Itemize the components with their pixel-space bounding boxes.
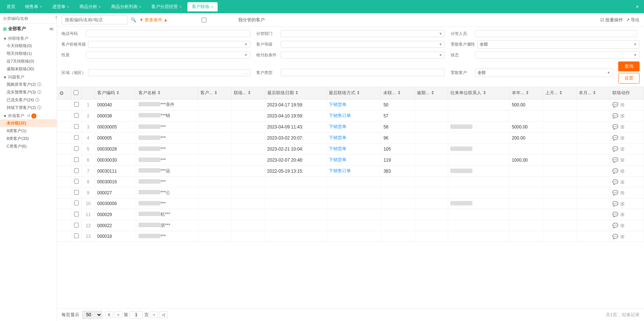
col-contact[interactable]: 联络... ⇕ xyxy=(231,87,265,99)
row-checkbox[interactable] xyxy=(71,144,81,155)
tab-customer-contact-close[interactable]: × xyxy=(211,5,213,9)
chat-icon[interactable]: 💬 xyxy=(612,212,618,217)
page-size-select[interactable]: 50 100 200 xyxy=(82,311,102,319)
close-all-button[interactable]: × xyxy=(634,3,641,10)
col-last-method[interactable]: 最后联络方式 ⇕ xyxy=(327,87,381,99)
row-checkbox[interactable] xyxy=(71,220,81,231)
my-customers-checkbox-label[interactable]: 我分管的客户 xyxy=(171,17,265,23)
page-number-input[interactable] xyxy=(130,311,143,318)
row-checkbox[interactable] xyxy=(71,177,81,187)
tab-purchase[interactable]: 进货单 × xyxy=(48,2,74,11)
filter-price-grade-select[interactable]: ▼ xyxy=(88,41,250,48)
tab-product-list[interactable]: 商品分析列表 × xyxy=(107,2,146,11)
tab-customer-segment[interactable]: 客户分层经营 × xyxy=(147,2,186,11)
sidebar-item-declining[interactable]: 持续下滑客户(2) ⓘ xyxy=(0,104,57,112)
chat-icon[interactable]: 💬 xyxy=(612,157,618,163)
sidebar-group-problem[interactable]: ▼ 问题客户 xyxy=(0,73,57,81)
chat-icon[interactable]: 💬 xyxy=(612,124,618,130)
tab-product-list-close[interactable]: × xyxy=(139,5,141,9)
grid-action-icon[interactable]: ⊞ xyxy=(620,223,624,228)
chat-icon[interactable]: 💬 xyxy=(612,146,618,152)
row-checkbox[interactable] xyxy=(71,99,81,110)
grid-action-icon[interactable]: ⊞ xyxy=(620,113,624,119)
grid-action-icon[interactable]: ⊞ xyxy=(620,146,624,152)
chat-icon[interactable]: 💬 xyxy=(612,135,618,141)
tab-customer-segment-close[interactable]: × xyxy=(179,5,182,9)
filter-retail-attr-select[interactable]: 全部 ▼ xyxy=(477,40,640,49)
row-checkbox[interactable] xyxy=(71,166,81,177)
col-name[interactable]: 客户名称 ⇕ xyxy=(136,87,198,99)
tab-home[interactable]: 首页 xyxy=(3,2,19,11)
sidebar-item-b-class[interactable]: B类客户(33) xyxy=(0,135,57,142)
row-checkbox[interactable] xyxy=(71,209,81,220)
row-checkbox[interactable] xyxy=(71,187,81,198)
sidebar-item-tomorrow[interactable]: 明天待联络(1) xyxy=(0,50,57,57)
sidebar-item-abnormal[interactable]: 囤购异常客户(2) ⓘ xyxy=(0,81,57,88)
refresh-icon[interactable]: ↺ xyxy=(27,113,30,118)
chat-icon[interactable]: 💬 xyxy=(612,190,618,195)
sidebar-item-overdue[interactable]: 逾期未联络(30) xyxy=(0,65,57,73)
col-last-month[interactable]: 上月... ⇕ xyxy=(543,87,576,99)
sidebar-group-pending[interactable]: ▼ 待联络客户 xyxy=(0,34,57,42)
tab-product-analysis-close[interactable]: × xyxy=(99,5,101,9)
col-this-year[interactable]: 本年... ⇕ xyxy=(509,87,543,99)
row-checkbox[interactable] xyxy=(71,110,81,121)
tab-product-analysis[interactable]: 商品分析 × xyxy=(75,2,105,11)
grid-action-icon[interactable]: ⊞ xyxy=(620,234,624,239)
col-overdue[interactable]: 逾期... ⇕ xyxy=(415,87,448,99)
filter-region-select[interactable]: … xyxy=(88,69,250,76)
sidebar-all-customers[interactable]: ⊞ 全部客户 ≪ xyxy=(0,24,57,34)
filter-phone-input[interactable] xyxy=(86,30,250,37)
sidebar-group-value[interactable]: ▼ 价值客户 ↺ ! xyxy=(0,112,57,119)
grid-action-icon[interactable]: ⊞ xyxy=(620,157,624,163)
search-input[interactable] xyxy=(61,15,128,24)
gear-settings-icon[interactable]: ⚙ xyxy=(59,90,64,96)
grid-action-icon[interactable]: ⊞ xyxy=(620,212,624,217)
chat-icon[interactable]: 💬 xyxy=(612,179,618,185)
row-checkbox[interactable] xyxy=(71,231,81,242)
grid-action-icon[interactable]: ⊞ xyxy=(620,135,624,141)
filter-customer-grade-select[interactable]: ▼ xyxy=(281,41,445,48)
tab-sales-close[interactable]: × xyxy=(40,5,42,9)
next-page-button[interactable]: > xyxy=(150,311,158,318)
chat-icon[interactable]: 💬 xyxy=(612,113,618,119)
grid-action-icon[interactable]: ⊞ xyxy=(620,201,624,207)
grid-action-icon[interactable]: ⊞ xyxy=(620,179,624,185)
chat-icon[interactable]: 💬 xyxy=(612,223,618,228)
grid-action-icon[interactable]: ⊞ xyxy=(620,102,624,107)
more-conditions-button[interactable]: ▼ 更多条件 ▲ xyxy=(139,17,168,23)
row-checkbox[interactable] xyxy=(71,121,81,133)
last-page-button[interactable]: >| xyxy=(159,311,168,318)
sidebar-item-loss-warning[interactable]: 流失预警客户(3) ⓘ xyxy=(0,88,57,96)
query-button[interactable]: 查询 xyxy=(618,61,640,71)
select-all-checkbox[interactable] xyxy=(74,90,78,95)
filter-retail-select[interactable]: 全部 ▼ xyxy=(475,68,613,77)
filter-payment-select[interactable]: ▼ xyxy=(281,52,445,59)
chat-icon[interactable]: 💬 xyxy=(612,201,618,207)
row-checkbox[interactable] xyxy=(71,155,81,166)
grid-action-icon[interactable]: ⊞ xyxy=(620,124,624,130)
batch-op-button[interactable]: ☑ 批量操作 xyxy=(600,17,623,23)
tab-purchase-close[interactable]: × xyxy=(67,5,69,9)
prev-page-button[interactable]: < xyxy=(115,311,122,318)
chat-icon[interactable]: 💬 xyxy=(612,102,618,107)
tab-sales[interactable]: 销售单 × xyxy=(21,2,46,11)
filter-status-select[interactable]: ▼ xyxy=(475,52,640,59)
filter-nature-select[interactable]: ▼ xyxy=(86,52,250,59)
sidebar-item-ungroup[interactable]: 未分组(32) xyxy=(0,119,57,127)
sidebar-item-c-class[interactable]: C类客户(6) xyxy=(0,142,57,150)
col-last-date[interactable]: 最后联络日期 ⇕ xyxy=(265,87,327,99)
col-gear[interactable]: ⚙ xyxy=(57,87,71,99)
sidebar-item-today[interactable]: 今天待联络(0) xyxy=(0,42,57,50)
export-button[interactable]: ↗ 导出 xyxy=(626,17,640,23)
row-checkbox[interactable] xyxy=(71,133,81,144)
col-unit-contact[interactable]: 往来单位联系人 ⇕ xyxy=(448,87,509,99)
first-page-button[interactable]: K xyxy=(105,311,113,318)
col-code[interactable]: 客户编码 ⇕ xyxy=(95,87,136,99)
row-checkbox[interactable] xyxy=(71,198,81,209)
col-not-contacted[interactable]: 未联... ⇕ xyxy=(381,87,415,99)
grid-action-icon[interactable]: ⊞ xyxy=(620,168,624,174)
my-customers-checkbox[interactable] xyxy=(171,18,237,22)
filter-dept-select[interactable]: ▼ xyxy=(281,30,445,37)
chat-icon[interactable]: 💬 xyxy=(612,168,618,174)
